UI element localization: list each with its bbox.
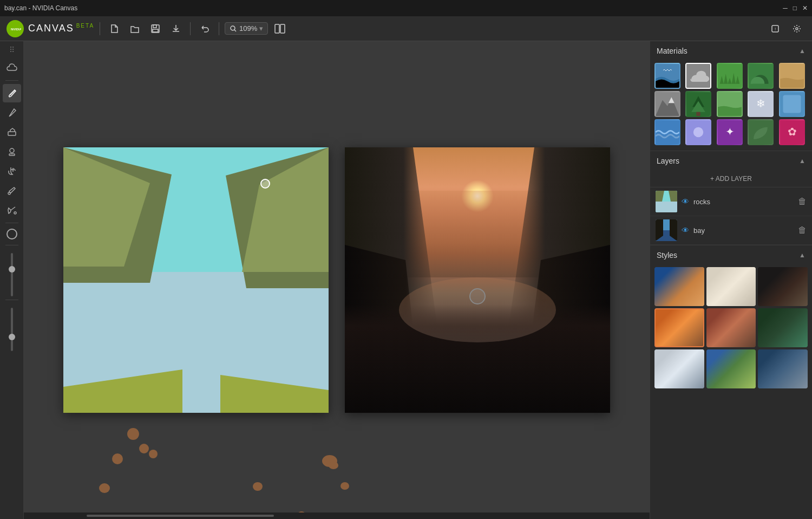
eyedropper-icon [7, 186, 17, 196]
layer-rocks-delete-button[interactable]: 🗑 [798, 197, 807, 206]
material-cloud-preview [686, 64, 710, 88]
material-light[interactable] [685, 119, 711, 145]
layers-title: Layers [657, 157, 679, 165]
materials-collapse-button[interactable]: ▲ [799, 47, 806, 55]
style-item-1[interactable] [654, 267, 704, 306]
rock-dot-9 [340, 482, 349, 490]
horizontal-scrollbar[interactable] [24, 512, 650, 519]
layer-bay-visibility-toggle[interactable]: 👁 [682, 226, 689, 235]
brush-size-slider[interactable] [11, 253, 13, 296]
tool-separator-3 [5, 245, 18, 245]
style-item-2[interactable] [706, 267, 756, 306]
nvidia-logo: NVIDIA [6, 20, 24, 37]
layers-collapse-button[interactable]: ▲ [799, 157, 806, 165]
eraser-icon [7, 127, 17, 137]
brush-tool[interactable] [3, 84, 21, 102]
pen-icon [7, 108, 17, 118]
export-button[interactable] [167, 20, 185, 37]
notifications-button[interactable]: ! [767, 20, 784, 37]
drawing-canvas[interactable] [63, 147, 329, 413]
svg-rect-19 [718, 64, 742, 88]
layer-bay[interactable]: 👁 bay 🗑 [650, 216, 812, 245]
material-tree-preview [686, 92, 710, 116]
svg-point-5 [231, 26, 235, 30]
material-wave[interactable] [654, 119, 680, 145]
canvas-scroll-area [24, 41, 650, 519]
material-mountain[interactable] [654, 91, 680, 117]
style-item-7[interactable] [654, 349, 704, 388]
rock-dot-4 [149, 450, 158, 458]
open-file-button[interactable] [126, 20, 143, 37]
zoom-control[interactable]: 109% ▾ [225, 22, 268, 35]
material-snow-preview: ❄ [749, 92, 772, 116]
material-water[interactable]: 〰 [654, 63, 680, 89]
hand-tool[interactable] [3, 162, 21, 180]
material-ice[interactable] [779, 91, 805, 117]
split-view-button[interactable] [271, 20, 289, 37]
slider-thumb [9, 266, 15, 273]
slider-track [11, 253, 13, 296]
layer-rocks[interactable]: 👁 rocks 🗑 [650, 187, 812, 216]
toolbar: NVIDIA CANVASBETA [0, 16, 812, 41]
style-item-9[interactable] [758, 349, 808, 388]
layer-bay-name: bay [693, 226, 794, 235]
style-preview-5 [706, 308, 756, 347]
rock-dot-7 [99, 483, 110, 493]
split-view-icon [274, 24, 285, 34]
add-layer-button[interactable]: + ADD LAYER [650, 171, 812, 187]
canvas-area[interactable] [24, 41, 650, 519]
style-item-8[interactable] [706, 349, 756, 388]
svg-point-10 [796, 28, 798, 30]
color-circle[interactable] [6, 229, 17, 239]
stamp-tool[interactable] [3, 142, 21, 161]
layer-rocks-visibility-toggle[interactable]: 👁 [682, 197, 689, 206]
new-file-button[interactable] [106, 20, 123, 37]
material-bush[interactable] [748, 63, 774, 89]
material-tree[interactable] [685, 91, 711, 117]
material-pink[interactable]: ✿ [779, 119, 805, 145]
tools-sidebar: ⠿ [0, 41, 24, 519]
layer-bay-delete-button[interactable]: 🗑 [798, 225, 807, 235]
cloud-save-tool[interactable] [3, 59, 21, 77]
material-grass-preview [718, 64, 742, 88]
style-item-6[interactable] [758, 308, 808, 347]
material-beach[interactable] [717, 91, 743, 117]
style-item-4[interactable] [654, 308, 704, 347]
layers-header: Layers ▲ [650, 151, 812, 171]
svg-point-12 [10, 148, 14, 153]
fill-tool[interactable] [3, 201, 21, 219]
settings-button[interactable] [788, 20, 806, 37]
undo-button[interactable] [196, 20, 213, 37]
zoom-icon [230, 25, 237, 33]
style-item-5[interactable] [706, 308, 756, 347]
material-cloud[interactable] [685, 63, 711, 89]
open-file-icon [130, 24, 140, 34]
material-sand[interactable] [779, 63, 805, 89]
styles-collapse-button[interactable]: ▲ [799, 251, 806, 259]
new-file-icon [109, 24, 119, 34]
material-leaves[interactable] [748, 119, 774, 145]
minimize-button[interactable]: ─ [783, 4, 788, 12]
save-button[interactable] [147, 20, 164, 37]
eraser-tool[interactable] [3, 123, 21, 141]
material-grass[interactable] [717, 63, 743, 89]
maximize-button[interactable]: □ [793, 4, 797, 12]
zoom-dropdown-icon: ▾ [259, 24, 263, 33]
brush-opacity-slider[interactable] [11, 308, 13, 351]
pen-tool[interactable] [3, 103, 21, 122]
style-item-3[interactable] [758, 267, 808, 306]
material-snow[interactable]: ❄ [748, 91, 774, 117]
grid-dots-icon[interactable]: ⠿ [9, 46, 15, 54]
titlebar: bay.can - NVIDIA Canvas ─ □ ✕ [0, 0, 812, 16]
photo-canvas[interactable] [345, 147, 610, 413]
material-sparkle[interactable]: ✦ [717, 119, 743, 145]
eyedropper-tool[interactable] [3, 181, 21, 200]
svg-rect-29 [783, 95, 801, 113]
svg-text:NVIDIA: NVIDIA [11, 28, 21, 31]
layer-bay-thumbnail [656, 219, 677, 241]
fill-icon [7, 205, 17, 215]
titlebar-controls[interactable]: ─ □ ✕ [783, 4, 808, 12]
rock-dot-2 [139, 444, 149, 453]
right-panel: Materials ▲ 〰 [650, 41, 812, 519]
close-button[interactable]: ✕ [802, 4, 808, 12]
